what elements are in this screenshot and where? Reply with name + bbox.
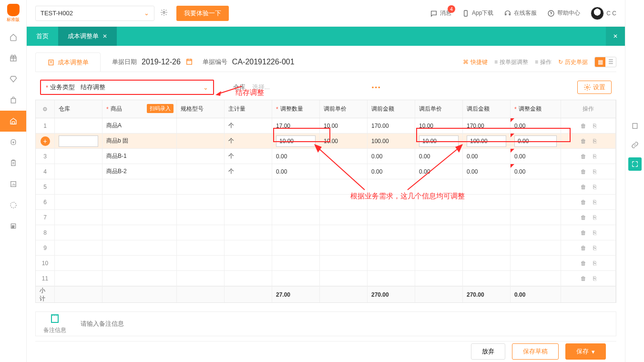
cell-post-amt[interactable]: 0.00: [463, 164, 511, 179]
cell-spec[interactable]: [177, 271, 225, 286]
cell-post-price[interactable]: [415, 271, 463, 286]
cell-adj[interactable]: [511, 271, 561, 286]
nav-bag-icon[interactable]: [0, 90, 26, 111]
delete-icon[interactable]: 🗑: [581, 229, 586, 236]
table-row[interactable]: 7🗑⎘: [36, 210, 616, 225]
cell-warehouse[interactable]: [55, 149, 102, 164]
cell-product[interactable]: 商品B-1: [102, 149, 177, 164]
settings-button[interactable]: 设置: [577, 81, 612, 94]
remark-input[interactable]: [74, 312, 616, 336]
cell-spec[interactable]: [177, 256, 225, 270]
cell-qty[interactable]: [272, 179, 320, 194]
service-button[interactable]: 在线客服: [504, 9, 537, 17]
msg-button[interactable]: 消息 4: [430, 9, 451, 17]
biz-type-select[interactable]: * 业务类型 结存调整 ⌄: [40, 80, 214, 95]
cell-product[interactable]: 商品b 固: [102, 134, 177, 148]
add-row-icon[interactable]: +: [41, 136, 50, 146]
nav-more-icon[interactable]: [0, 195, 26, 216]
cell-product[interactable]: [102, 240, 177, 255]
cell-spec[interactable]: [177, 195, 225, 209]
copy-icon[interactable]: ⎘: [593, 168, 596, 175]
cell-qty[interactable]: 0.00: [272, 164, 320, 179]
table-row[interactable]: +商品b 固个10.00100.00🗑⎘: [36, 134, 616, 149]
cell-spec[interactable]: [177, 134, 225, 148]
cell-product[interactable]: [102, 271, 177, 286]
cell-qty[interactable]: [272, 134, 320, 148]
delete-icon[interactable]: 🗑: [581, 153, 586, 160]
cell-warehouse[interactable]: [55, 240, 102, 255]
gear-icon[interactable]: [160, 9, 168, 18]
copy-icon[interactable]: ⎘: [593, 260, 596, 267]
help-button[interactable]: 帮助中心: [547, 9, 580, 17]
expand-panel-icon[interactable]: [628, 157, 642, 171]
cell-qty[interactable]: [272, 240, 320, 255]
table-row[interactable]: 1商品A个17.0010.00170.0010.00170.000.00🗑⎘: [36, 118, 616, 134]
table-row[interactable]: 6🗑⎘: [36, 195, 616, 210]
cell-adj[interactable]: 0.00: [511, 149, 561, 164]
warehouse-input[interactable]: [59, 135, 98, 147]
copy-icon[interactable]: ⎘: [593, 153, 596, 160]
cell-spec[interactable]: [177, 240, 225, 255]
cell-product[interactable]: [102, 179, 177, 194]
shortcut-link[interactable]: ⌘ 快捷键: [463, 58, 488, 66]
cell-warehouse[interactable]: [55, 271, 102, 286]
table-row[interactable]: 11🗑⎘: [36, 271, 616, 286]
cell-product[interactable]: 商品B-2: [102, 164, 177, 179]
cell-post-amt[interactable]: [463, 210, 511, 225]
copy-icon[interactable]: ⎘: [593, 275, 596, 282]
cell-adj[interactable]: 0.00: [511, 118, 561, 133]
cell-warehouse[interactable]: [55, 256, 102, 270]
close-icon[interactable]: ✕: [102, 33, 107, 40]
cell-adj[interactable]: [511, 240, 561, 255]
table-row[interactable]: 3商品B-1个0.000.000.000.000.00🗑⎘: [36, 149, 616, 164]
nav-clipboard-icon[interactable]: [0, 153, 26, 174]
warehouse-select[interactable]: 选择...: [252, 83, 270, 92]
cell-qty[interactable]: 0.00: [272, 149, 320, 164]
cell-post-price[interactable]: [415, 134, 463, 148]
cell-product[interactable]: 商品A: [102, 118, 177, 133]
cell-adj[interactable]: [511, 134, 561, 148]
date-value[interactable]: 2019-12-26: [142, 58, 181, 66]
cell-post-price[interactable]: [415, 195, 463, 209]
cell-post-amt[interactable]: [463, 134, 511, 148]
cell-warehouse[interactable]: [55, 195, 102, 209]
delete-icon[interactable]: 🗑: [581, 168, 586, 175]
cell-warehouse[interactable]: [55, 179, 102, 194]
cell-spec[interactable]: [177, 225, 225, 240]
cell-warehouse[interactable]: [55, 225, 102, 240]
grid-settings-icon[interactable]: ⚙: [36, 100, 55, 118]
qty-input[interactable]: [276, 135, 316, 147]
nav-gift-icon[interactable]: [0, 48, 26, 69]
cell-qty[interactable]: [272, 210, 320, 225]
tab-home[interactable]: 首页: [27, 27, 58, 46]
cell-product[interactable]: [102, 210, 177, 225]
cell-spec[interactable]: [177, 210, 225, 225]
copy-icon[interactable]: ⎘: [593, 184, 596, 190]
nav-new-icon[interactable]: 新: [0, 216, 26, 237]
delete-icon[interactable]: 🗑: [581, 245, 586, 251]
cell-qty[interactable]: [272, 256, 320, 270]
tab-cost-adjust[interactable]: 成本调整单 ✕: [58, 27, 117, 46]
op-link[interactable]: ≡ 操作: [535, 58, 552, 66]
cell-warehouse[interactable]: [55, 210, 102, 225]
cell-spec[interactable]: [177, 118, 225, 133]
cell-product[interactable]: [102, 195, 177, 209]
cell-post-amt[interactable]: [463, 240, 511, 255]
cell-adj[interactable]: [511, 195, 561, 209]
cell-post-amt[interactable]: 0.00: [463, 149, 511, 164]
post-price-input[interactable]: [419, 135, 459, 147]
more-icon[interactable]: •••: [372, 84, 381, 91]
cell-post-amt[interactable]: 170.00: [463, 118, 511, 133]
cell-warehouse[interactable]: [55, 118, 102, 133]
org-select[interactable]: TEST-H002 ⌄: [35, 6, 154, 21]
doc-tab[interactable]: 成本调整单: [35, 52, 101, 72]
grid-view-icon[interactable]: ▦: [595, 57, 605, 67]
post-amt-input[interactable]: [467, 135, 506, 147]
cell-adj[interactable]: [511, 210, 561, 225]
cell-post-price[interactable]: [415, 210, 463, 225]
cell-post-price[interactable]: [415, 225, 463, 240]
cell-post-price[interactable]: 0.00: [415, 164, 463, 179]
list-view-icon[interactable]: ☰: [605, 57, 616, 67]
nav-home-icon[interactable]: [0, 27, 26, 48]
discard-button[interactable]: 放弃: [471, 343, 505, 360]
